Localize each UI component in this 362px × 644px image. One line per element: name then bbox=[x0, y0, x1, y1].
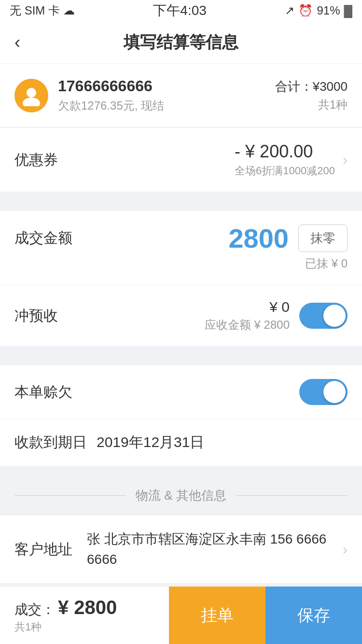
transaction-amount-card: 成交金额 2800 抹零 已抹 ¥ 0 冲预收 ¥ 0 应收金额 ¥ 2800 bbox=[0, 211, 362, 346]
coupon-label: 优惠券 bbox=[14, 150, 58, 170]
avatar bbox=[14, 79, 48, 112]
prereceive-label: 冲预收 bbox=[14, 306, 58, 326]
bottom-summary-row: 成交： ¥ 2800 bbox=[14, 597, 154, 619]
duedate-label: 收款到期日 bbox=[14, 433, 87, 452]
bottom-summary: 成交： ¥ 2800 共1种 bbox=[0, 597, 169, 634]
prereceive-amount: ¥ 0 bbox=[205, 299, 290, 315]
coupon-row[interactable]: 优惠券 - ¥ 200.00 全场6折满1000减200 › bbox=[0, 127, 362, 192]
section-header: 物流 & 其他信息 bbox=[0, 476, 362, 516]
amount-label: 成交金额 bbox=[14, 228, 72, 248]
coupon-desc: 全场6折满1000减200 bbox=[235, 164, 335, 178]
bottom-summary-count: 共1种 bbox=[14, 620, 154, 634]
address-content: 张 北京市市辖区海淀区永丰南 156 6666 6666 bbox=[87, 529, 343, 570]
address-label: 客户地址 bbox=[14, 540, 72, 560]
address-card: 客户地址 张 北京市市辖区海淀区永丰南 156 6666 6666 › bbox=[0, 516, 362, 583]
svg-point-1 bbox=[23, 98, 40, 106]
page-title: 填写结算等信息 bbox=[43, 31, 319, 54]
nav-bar: ‹ 填写结算等信息 bbox=[0, 21, 362, 64]
section-divider-1 bbox=[0, 201, 362, 211]
prereceive-toggle-knob bbox=[323, 305, 346, 327]
user-details: 17666666666 欠款1276.35元, 现结 bbox=[58, 77, 164, 113]
prereceive-toggle[interactable] bbox=[299, 303, 348, 329]
location-icon: ↗ bbox=[285, 4, 294, 17]
user-left: 17666666666 欠款1276.35元, 现结 bbox=[14, 77, 164, 113]
address-row[interactable]: 客户地址 张 北京市市辖区海淀区永丰南 156 6666 6666 › bbox=[0, 516, 362, 583]
coupon-amount: - ¥ 200.00 bbox=[235, 141, 335, 162]
chevron-right-icon: › bbox=[343, 152, 348, 168]
user-right: 合计：¥3000 共1种 bbox=[275, 78, 348, 112]
user-debt: 欠款1276.35元, 现结 bbox=[58, 98, 164, 113]
amount-value: 2800 bbox=[228, 225, 289, 252]
battery-icon: ▓ bbox=[344, 4, 353, 17]
writeoff-row: 本单赊欠 bbox=[0, 365, 362, 419]
section-header-line-left bbox=[14, 495, 126, 496]
writeoff-card: 本单赊欠 收款到期日 2019年12月31日 bbox=[0, 365, 362, 466]
prereceive-right: ¥ 0 应收金额 ¥ 2800 bbox=[205, 299, 348, 333]
writeoff-toggle[interactable] bbox=[299, 379, 348, 405]
prereceive-row: 冲预收 ¥ 0 应收金额 ¥ 2800 bbox=[0, 285, 362, 346]
user-info-row: 17666666666 欠款1276.35元, 现结 合计：¥3000 共1种 bbox=[0, 64, 362, 127]
section-header-line-right bbox=[236, 495, 348, 496]
total-count: 共1种 bbox=[275, 97, 348, 112]
duedate-row: 收款到期日 2019年12月31日 bbox=[0, 419, 362, 466]
duedate-value: 2019年12月31日 bbox=[97, 433, 204, 452]
status-bar-right: ↗ ⏰ 91% ▓ bbox=[285, 4, 352, 17]
coupon-right: - ¥ 200.00 全场6折满1000减200 › bbox=[235, 141, 348, 178]
amount-section: 成交金额 2800 抹零 已抹 ¥ 0 bbox=[0, 211, 362, 285]
amount-right: 2800 抹零 bbox=[228, 224, 348, 252]
hold-button[interactable]: 挂单 bbox=[169, 587, 265, 644]
battery-text: 91% bbox=[317, 4, 340, 17]
amount-row: 成交金额 2800 抹零 bbox=[14, 224, 348, 252]
round-button[interactable]: 抹零 bbox=[298, 224, 348, 252]
bottom-bar: 成交： ¥ 2800 共1种 挂单 保存 bbox=[0, 586, 362, 644]
prereceive-values: ¥ 0 应收金额 ¥ 2800 bbox=[205, 299, 290, 333]
total-label: 合计：¥3000 bbox=[275, 78, 348, 95]
section-divider-2 bbox=[0, 356, 362, 365]
prereceive-sub: 应收金额 ¥ 2800 bbox=[205, 317, 290, 333]
section-header-text: 物流 & 其他信息 bbox=[136, 487, 226, 504]
amount-sub: 已抹 ¥ 0 bbox=[14, 256, 348, 271]
address-chevron-icon: › bbox=[343, 541, 348, 558]
svg-point-0 bbox=[27, 88, 36, 98]
coupon-values: - ¥ 200.00 全场6折满1000减200 bbox=[235, 141, 335, 178]
user-phone: 17666666666 bbox=[58, 77, 164, 95]
save-button[interactable]: 保存 bbox=[265, 587, 362, 644]
user-info-card: 17666666666 欠款1276.35元, 现结 合计：¥3000 共1种 … bbox=[0, 64, 362, 192]
bottom-summary-amount: ¥ 2800 bbox=[58, 597, 117, 618]
back-button[interactable]: ‹ bbox=[14, 32, 43, 53]
bottom-summary-label: 成交： bbox=[14, 601, 55, 619]
status-bar-time: 下午4:03 bbox=[153, 1, 207, 20]
alarm-icon: ⏰ bbox=[298, 4, 313, 17]
writeoff-toggle-knob bbox=[323, 381, 346, 403]
status-bar-left: 无 SIM 卡 ☁ bbox=[10, 3, 75, 18]
status-bar: 无 SIM 卡 ☁ 下午4:03 ↗ ⏰ 91% ▓ bbox=[0, 0, 362, 21]
writeoff-label: 本单赊欠 bbox=[14, 382, 72, 402]
no-sim-text: 无 SIM 卡 ☁ bbox=[10, 3, 75, 18]
